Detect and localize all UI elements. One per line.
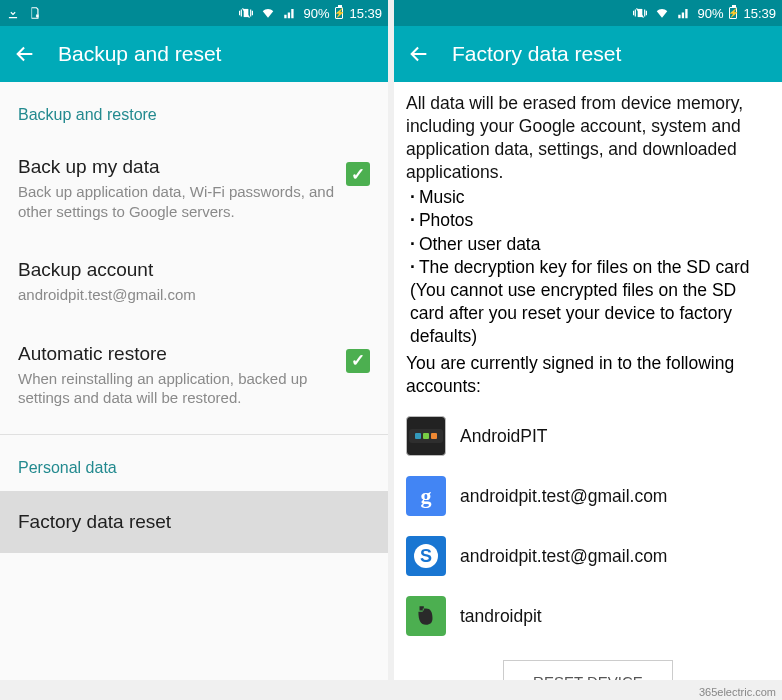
setting-title: Automatic restore	[18, 343, 334, 365]
wifi-icon	[654, 6, 670, 20]
setting-subtitle: androidpit.test@gmail.com	[18, 285, 370, 305]
setting-backup-my-data[interactable]: Back up my data Back up application data…	[0, 138, 388, 241]
list-item: The decryption key for files on the SD c…	[410, 256, 770, 348]
signed-in-text: You are currently signed in to the follo…	[394, 348, 782, 406]
svg-text:S: S	[420, 546, 432, 566]
setting-title: Backup account	[18, 259, 370, 281]
app-bar: Backup and reset	[0, 26, 388, 82]
download-icon	[6, 6, 20, 20]
status-bar: 90% ⚡ 15:39	[394, 0, 782, 26]
screen-backup-and-reset: 90% ⚡ 15:39 Backup and reset Backup and …	[0, 0, 388, 680]
clock-label: 15:39	[349, 6, 382, 21]
account-label: androidpit.test@gmail.com	[460, 546, 667, 567]
screen-factory-data-reset: 90% ⚡ 15:39 Factory data reset All data …	[394, 0, 782, 680]
erase-list: Music Photos Other user data The decrypt…	[394, 186, 782, 348]
list-item: Photos	[410, 209, 770, 232]
battery-icon: ⚡	[729, 7, 737, 19]
battery-pct-label: 90%	[697, 6, 723, 21]
account-row: S androidpit.test@gmail.com	[394, 526, 782, 586]
page-title: Factory data reset	[452, 42, 621, 66]
warning-text: All data will be erased from device memo…	[394, 82, 782, 184]
back-icon[interactable]	[14, 43, 36, 65]
doc-block-icon	[28, 6, 42, 20]
signal-icon	[282, 6, 297, 20]
wifi-icon	[260, 6, 276, 20]
account-row: g androidpit.test@gmail.com	[394, 466, 782, 526]
setting-title: Back up my data	[18, 156, 334, 178]
setting-title: Factory data reset	[18, 511, 370, 533]
account-row: AndroidPIT	[394, 406, 782, 466]
page-title: Backup and reset	[58, 42, 221, 66]
evernote-icon	[406, 596, 446, 636]
skype-icon: S	[406, 536, 446, 576]
vibrate-icon	[238, 6, 254, 20]
list-item: Other user data	[410, 233, 770, 256]
back-icon[interactable]	[408, 43, 430, 65]
clock-label: 15:39	[743, 6, 776, 21]
setting-backup-account[interactable]: Backup account androidpit.test@gmail.com	[0, 241, 388, 325]
checkbox-checked-icon[interactable]: ✓	[346, 162, 370, 186]
account-row: tandroidpit	[394, 586, 782, 646]
list-item: Music	[410, 186, 770, 209]
watermark: 365electric.com	[699, 686, 776, 698]
app-bar: Factory data reset	[394, 26, 782, 82]
section-header-personal-data: Personal data	[0, 435, 388, 491]
reset-device-button[interactable]: RESET DEVICE	[503, 660, 673, 680]
status-bar: 90% ⚡ 15:39	[0, 0, 388, 26]
setting-automatic-restore[interactable]: Automatic restore When reinstalling an a…	[0, 325, 388, 428]
checkbox-checked-icon[interactable]: ✓	[346, 349, 370, 373]
account-label: tandroidpit	[460, 606, 542, 627]
battery-icon: ⚡	[335, 7, 343, 19]
setting-subtitle: When reinstalling an application, backed…	[18, 369, 334, 408]
setting-factory-data-reset[interactable]: Factory data reset	[0, 491, 388, 553]
account-label: AndroidPIT	[460, 426, 548, 447]
signal-icon	[676, 6, 691, 20]
androidpit-icon	[406, 416, 446, 456]
account-label: androidpit.test@gmail.com	[460, 486, 667, 507]
vibrate-icon	[632, 6, 648, 20]
setting-subtitle: Back up application data, Wi-Fi password…	[18, 182, 334, 221]
section-header-backup-restore: Backup and restore	[0, 82, 388, 138]
google-icon: g	[406, 476, 446, 516]
battery-pct-label: 90%	[303, 6, 329, 21]
